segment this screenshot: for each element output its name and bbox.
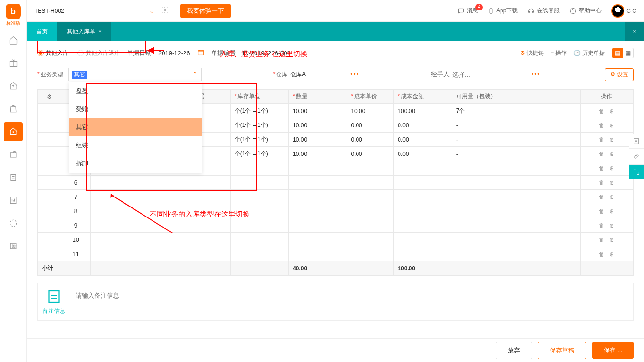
dropdown-option[interactable]: 盘盈 bbox=[69, 82, 202, 100]
user-menu[interactable]: C C bbox=[611, 4, 636, 18]
table-row[interactable]: 7🗑⊕ bbox=[38, 190, 633, 204]
nav-house-up-icon[interactable] bbox=[4, 76, 23, 95]
delete-icon[interactable]: 🗑 bbox=[599, 151, 604, 157]
svg-rect-11 bbox=[634, 139, 638, 144]
dropdown-option[interactable]: 组装 bbox=[69, 136, 202, 155]
save-draft-button[interactable]: 保存草稿 bbox=[538, 342, 586, 359]
avatar-icon bbox=[611, 4, 624, 18]
copy-icon[interactable]: ⊕ bbox=[609, 251, 614, 258]
nav-home-icon[interactable] bbox=[4, 31, 23, 50]
settings-button[interactable]: ⚙设置 bbox=[605, 68, 634, 81]
copy-icon[interactable]: ⊕ bbox=[609, 179, 614, 186]
nav-sync-icon[interactable] bbox=[4, 214, 23, 233]
delete-icon[interactable]: 🗑 bbox=[599, 208, 604, 215]
gear-icon[interactable] bbox=[161, 6, 169, 15]
nav-house-down-icon[interactable] bbox=[4, 122, 23, 141]
radio-other-inbound[interactable]: 其他入库 bbox=[37, 49, 69, 57]
biz-type-select[interactable]: 其它 ⌃ 盘盈 受赠 其它 组装 拆卸 bbox=[68, 68, 202, 81]
table-row[interactable]: 11🗑⊕ bbox=[38, 247, 633, 261]
note-icon bbox=[45, 288, 62, 305]
remark-section: 备注信息 bbox=[37, 283, 634, 321]
copy-icon[interactable]: ⊕ bbox=[609, 194, 614, 200]
copy-icon[interactable]: ⊕ bbox=[609, 151, 614, 157]
calendar-icon[interactable] bbox=[197, 49, 204, 58]
more-dots-icon[interactable]: ••• bbox=[350, 71, 359, 78]
nav-new-icon[interactable]: 新 bbox=[4, 237, 23, 256]
side-note-icon[interactable] bbox=[629, 134, 644, 149]
remark-input[interactable] bbox=[72, 288, 628, 303]
close-icon[interactable]: × bbox=[98, 28, 102, 35]
tab-home[interactable]: 首页 bbox=[27, 22, 57, 41]
delete-icon[interactable]: 🗑 bbox=[599, 194, 604, 200]
save-button[interactable]: 保存⌵ bbox=[592, 342, 634, 359]
tab-other-inbound[interactable]: 其他入库单 × bbox=[57, 22, 111, 41]
copy-icon[interactable]: ⊕ bbox=[609, 222, 614, 229]
delete-icon[interactable]: 🗑 bbox=[599, 108, 604, 114]
table-row[interactable]: 8🗑⊕ bbox=[38, 204, 633, 218]
delete-icon[interactable]: 🗑 bbox=[599, 122, 604, 129]
dropdown-option[interactable]: 受赠 bbox=[69, 100, 202, 118]
side-link-icon[interactable] bbox=[629, 149, 644, 164]
app-download-link[interactable]: App下载 bbox=[488, 7, 518, 15]
docno-value: IC-20191226-001 bbox=[243, 50, 291, 57]
footer-bar: 放弃 保存草稿 保存⌵ bbox=[27, 338, 644, 362]
shortcut-button[interactable]: ⚙快捷键 bbox=[520, 49, 544, 57]
delete-icon[interactable]: 🗑 bbox=[599, 222, 604, 229]
view-grid-icon[interactable]: ▦ bbox=[623, 48, 633, 58]
col-unit: *库存单位 bbox=[230, 90, 288, 104]
col-settings[interactable]: ⚙ bbox=[38, 90, 61, 104]
help-icon bbox=[569, 7, 577, 15]
delete-icon[interactable]: 🗑 bbox=[599, 165, 604, 172]
copy-icon[interactable]: ⊕ bbox=[609, 136, 614, 143]
dropdown-option[interactable]: 拆卸 bbox=[69, 155, 202, 173]
side-tools bbox=[629, 134, 644, 179]
biz-type-dropdown: 盘盈 受赠 其它 组装 拆卸 bbox=[69, 82, 202, 173]
date-label: 单据日期 bbox=[127, 49, 152, 57]
svg-rect-9 bbox=[198, 50, 203, 55]
handler-input[interactable] bbox=[452, 71, 529, 78]
try-button[interactable]: 我要体验一下 bbox=[180, 4, 231, 18]
delete-icon[interactable]: 🗑 bbox=[599, 251, 604, 258]
col-amt: *成本金额 bbox=[394, 90, 452, 104]
dropdown-option-selected[interactable]: 其它 bbox=[69, 118, 202, 136]
org-name: TEST-H002 bbox=[34, 8, 64, 14]
delete-icon[interactable]: 🗑 bbox=[599, 179, 604, 186]
tab-bar: 首页 其他入库单 × × bbox=[27, 22, 644, 41]
chevron-down-icon: ⌵ bbox=[150, 8, 153, 14]
radio-other-inbound-return[interactable]: 其他入库退库 bbox=[77, 49, 120, 57]
tabbar-close-button[interactable]: × bbox=[625, 22, 644, 41]
chat-icon bbox=[457, 7, 465, 15]
delete-icon[interactable]: 🗑 bbox=[599, 237, 604, 243]
clock-icon: 🕒 bbox=[573, 50, 581, 56]
copy-icon[interactable]: ⊕ bbox=[609, 108, 614, 114]
copy-icon[interactable]: ⊕ bbox=[609, 237, 614, 243]
discard-button[interactable]: 放弃 bbox=[496, 342, 532, 359]
nav-clipboard-icon[interactable] bbox=[4, 168, 23, 187]
help-link[interactable]: 帮助中心 bbox=[569, 7, 602, 15]
message-badge: 4 bbox=[475, 4, 483, 10]
more-dots-icon[interactable]: ••• bbox=[532, 71, 541, 78]
nav-bag-icon[interactable] bbox=[4, 99, 23, 118]
side-expand-icon[interactable] bbox=[629, 164, 644, 179]
copy-icon[interactable]: ⊕ bbox=[609, 122, 614, 129]
left-nav-rail: b 标准版 新 bbox=[0, 0, 27, 362]
nav-wallet-icon[interactable] bbox=[4, 145, 23, 164]
org-selector[interactable]: TEST-H002 ⌵ bbox=[34, 8, 153, 14]
copy-icon[interactable]: ⊕ bbox=[609, 208, 614, 215]
nav-report-icon[interactable] bbox=[4, 191, 23, 210]
table-row[interactable]: 9🗑⊕ bbox=[38, 218, 633, 233]
support-link[interactable]: 在线客服 bbox=[527, 7, 560, 15]
messages-link[interactable]: 消息 4 bbox=[457, 7, 478, 15]
table-row[interactable]: 10🗑⊕ bbox=[38, 233, 633, 247]
svg-point-6 bbox=[164, 9, 166, 11]
view-list-icon[interactable]: ▤ bbox=[612, 48, 623, 58]
copy-icon[interactable]: ⊕ bbox=[609, 165, 614, 172]
topbar: TEST-H002 ⌵ 我要体验一下 消息 4 App下载 在线客服 bbox=[27, 0, 644, 22]
delete-icon[interactable]: 🗑 bbox=[599, 136, 604, 143]
table-row[interactable]: 6🗑⊕ bbox=[38, 176, 633, 190]
history-button[interactable]: 🕒历史单据 bbox=[573, 49, 605, 57]
ops-button[interactable]: ≡操作 bbox=[551, 49, 567, 57]
chevron-up-icon: ⌃ bbox=[193, 71, 197, 78]
gear-orange-icon: ⚙ bbox=[610, 71, 615, 78]
nav-gift-icon[interactable] bbox=[4, 53, 23, 72]
